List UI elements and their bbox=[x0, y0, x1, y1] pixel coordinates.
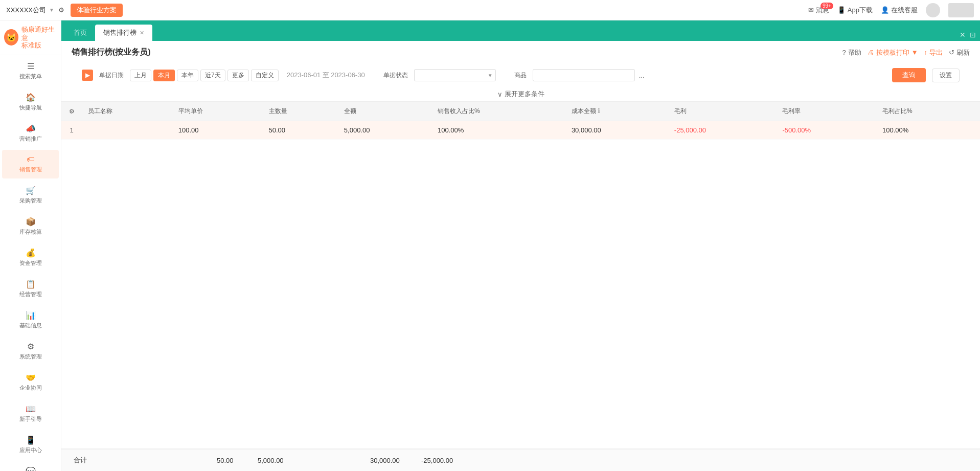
inventory-icon: 📦 bbox=[26, 217, 36, 227]
col-rank: ⚙ bbox=[61, 102, 82, 121]
col-cost: 成本全额 ℹ bbox=[565, 102, 668, 121]
sidebar-item-label: 系统管理 bbox=[19, 353, 42, 361]
sales-icon: 🏷 bbox=[27, 155, 35, 164]
footer-label: 合计 bbox=[67, 454, 170, 467]
app-download-label: App下载 bbox=[848, 6, 873, 15]
help-icon: ? bbox=[842, 49, 846, 56]
sidebar: 🐱 畅康通好生意 标准版 ☰ 搜索菜单 🏠 快捷导航 📣 营销推广 🏷 销售管理… bbox=[0, 20, 61, 471]
sidebar-item-label: 采购管理 bbox=[19, 197, 42, 205]
col-profit-rate: 毛利率 bbox=[776, 102, 876, 121]
sidebar-item-inventory[interactable]: 📦 库存核算 bbox=[2, 212, 59, 241]
cell-profit-pct: 100.00% bbox=[876, 121, 980, 140]
refresh-button[interactable]: ↺ 刷新 bbox=[949, 48, 970, 57]
header-actions: ? 帮助 🖨 按模板打印 ▼ ↑ 导出 ↺ bbox=[842, 48, 970, 57]
col-amount: 全额 bbox=[338, 102, 431, 121]
tab-close-icon[interactable]: ✕ bbox=[140, 30, 144, 36]
sidebar-item-enterprise[interactable]: 🤝 企业协同 bbox=[2, 368, 59, 397]
sidebar-item-label: 经营管理 bbox=[19, 290, 42, 298]
sidebar-item-label: 应用中心 bbox=[19, 446, 42, 454]
service-icon: 👤 bbox=[881, 6, 889, 14]
tab-sales-rank[interactable]: 销售排行榜 ✕ bbox=[95, 25, 152, 41]
expand-arrow-button[interactable]: ▶ bbox=[82, 70, 93, 81]
period-custom[interactable]: 自定义 bbox=[251, 70, 279, 81]
col-sales-pct: 销售收入占比% bbox=[431, 102, 565, 121]
sidebar-item-sales[interactable]: 🏷 销售管理 bbox=[2, 150, 59, 178]
more-options-icon[interactable]: ... bbox=[639, 72, 645, 79]
expand-more-button[interactable]: ∨ 展开更多条件 bbox=[497, 89, 544, 99]
status-select-wrapper: ▼ bbox=[414, 69, 496, 81]
avatar[interactable] bbox=[926, 3, 940, 17]
sidebar-item-label: 基础信息 bbox=[19, 322, 42, 329]
refresh-icon: ↺ bbox=[949, 49, 954, 56]
tab-bar-right: ✕ ⊡ bbox=[960, 31, 976, 41]
sidebar-item-label: 营销推广 bbox=[19, 135, 42, 143]
trial-button[interactable]: 体验行业方案 bbox=[71, 4, 123, 17]
online-service-label: 在线客服 bbox=[891, 6, 918, 15]
sidebar-item-label: 快捷导航 bbox=[19, 104, 42, 111]
tab-close-window-icon[interactable]: ✕ bbox=[960, 31, 966, 39]
help-button[interactable]: ? 帮助 bbox=[842, 48, 861, 57]
table-footer: 合计 50.00 5,000.00 30,000.00 -25,000.00 bbox=[61, 448, 980, 471]
tab-home[interactable]: 首页 bbox=[65, 25, 95, 41]
sidebar-item-wechat[interactable]: 💬 企业微信 bbox=[2, 461, 59, 471]
period-more[interactable]: 更多 bbox=[227, 70, 249, 81]
settings-icon[interactable]: ⚙ bbox=[58, 6, 64, 14]
tab-bar: 首页 销售排行榜 ✕ ✕ ⊡ bbox=[61, 20, 980, 41]
expand-label: 展开更多条件 bbox=[505, 89, 544, 99]
top-bar: XXXXXX公司 ▼ ⚙ 体验行业方案 ✉ 消息 99+ 📱 App下载 👤 在… bbox=[0, 0, 980, 20]
quick-nav-icon: 🏠 bbox=[26, 93, 36, 102]
period-last-month[interactable]: 上月 bbox=[130, 70, 151, 81]
filter-row: ▶ 单据日期 上月 本月 本年 近7天 更多 自定义 2023-06-01 至 … bbox=[72, 63, 970, 87]
footer-amount: 5,000.00 bbox=[252, 455, 303, 466]
expand-chevron-icon: ∨ bbox=[497, 91, 503, 98]
status-select[interactable] bbox=[414, 69, 496, 81]
page-title: 销售排行榜(按业务员) bbox=[72, 47, 151, 58]
expand-row: ∨ 展开更多条件 bbox=[72, 87, 970, 101]
sidebar-item-label: 企业协同 bbox=[19, 384, 42, 392]
data-table: ⚙ 员工名称 平均单价 主数量 全额 销售收入占比% 成本全额 ℹ 毛利 毛利率… bbox=[61, 102, 980, 140]
goods-input[interactable] bbox=[533, 69, 635, 81]
sidebar-logo: 🐱 畅康通好生意 标准版 bbox=[0, 20, 61, 55]
message-item[interactable]: ✉ 消息 99+ bbox=[808, 6, 829, 15]
sidebar-item-quick-nav[interactable]: 🏠 快捷导航 bbox=[2, 87, 59, 117]
sidebar-item-search-menu[interactable]: ☰ 搜索菜单 bbox=[2, 56, 59, 85]
app-download-item[interactable]: 📱 App下载 bbox=[837, 6, 873, 15]
sidebar-item-label: 销售管理 bbox=[19, 166, 42, 173]
date-range-display: 2023-06-01 至 2023-06-30 bbox=[287, 71, 365, 80]
message-badge: 99+ bbox=[821, 3, 833, 9]
content-area: 首页 销售排行榜 ✕ ✕ ⊡ 销售排行榜(按业务员) ? 帮助 bbox=[61, 20, 980, 471]
period-this-month[interactable]: 本月 bbox=[153, 70, 175, 81]
period-this-year[interactable]: 本年 bbox=[177, 70, 198, 81]
period-last-7-days[interactable]: 近7天 bbox=[200, 70, 225, 81]
sidebar-item-finance[interactable]: 💰 资金管理 bbox=[2, 243, 59, 272]
wechat-icon: 💬 bbox=[26, 466, 36, 471]
query-button[interactable]: 查询 bbox=[892, 68, 926, 82]
sidebar-item-guide[interactable]: 📖 新手引导 bbox=[2, 399, 59, 428]
sidebar-item-app-center[interactable]: 📱 应用中心 bbox=[2, 430, 59, 459]
logo-icon: 🐱 bbox=[4, 29, 18, 46]
sidebar-item-operations[interactable]: 📋 经营管理 bbox=[2, 274, 59, 303]
sidebar-item-marketing[interactable]: 📣 营销推广 bbox=[2, 119, 59, 148]
col-avg-price: 平均单价 bbox=[172, 102, 263, 121]
sidebar-item-purchase[interactable]: 🛒 采购管理 bbox=[2, 181, 59, 210]
company-selector[interactable]: XXXXXX公司 ▼ bbox=[6, 6, 54, 15]
footer-profit: -25,000.00 bbox=[415, 455, 466, 466]
logo-text: 畅康通好生意 标准版 bbox=[21, 26, 57, 50]
cell-name bbox=[82, 121, 172, 140]
avatar-secondary[interactable] bbox=[948, 3, 974, 17]
chevron-down-icon: ▼ bbox=[49, 7, 54, 13]
settings-button[interactable]: 设置 bbox=[932, 69, 960, 82]
sidebar-item-label: 搜索菜单 bbox=[19, 73, 42, 80]
page-header: 销售排行榜(按业务员) ? 帮助 🖨 按模板打印 ▼ ↑ bbox=[61, 41, 980, 102]
cell-qty: 50.00 bbox=[263, 121, 338, 140]
export-button[interactable]: ↑ 导出 bbox=[924, 48, 943, 57]
online-service-item[interactable]: 👤 在线客服 bbox=[881, 6, 918, 15]
enterprise-icon: 🤝 bbox=[26, 373, 36, 383]
cell-avg-price: 100.00 bbox=[172, 121, 263, 140]
print-button[interactable]: 🖨 按模板打印 ▼ bbox=[868, 48, 918, 57]
tab-maximize-icon[interactable]: ⊡ bbox=[970, 31, 976, 39]
sidebar-item-system[interactable]: ⚙ 系统管理 bbox=[2, 337, 59, 366]
cell-amount: 5,000.00 bbox=[338, 121, 431, 140]
sidebar-item-basics[interactable]: 📊 基础信息 bbox=[2, 305, 59, 334]
goods-label: 商品 bbox=[514, 71, 527, 80]
